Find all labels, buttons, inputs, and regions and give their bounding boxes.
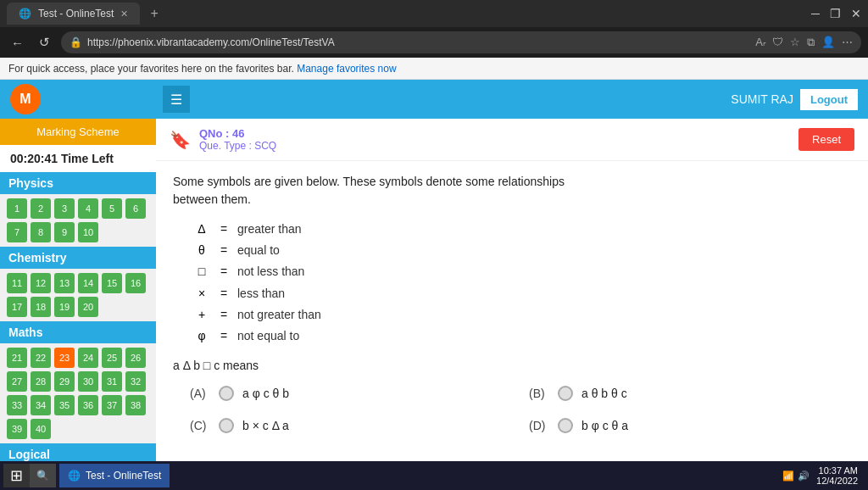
more-icon[interactable]: ⋯ [842, 36, 853, 49]
q-btn-34[interactable]: 34 [31, 395, 51, 415]
q-btn-4[interactable]: 4 [78, 198, 98, 219]
q-btn-36[interactable]: 36 [78, 395, 98, 415]
option-a: (A) a φ c θ b [190, 386, 495, 401]
q-btn-17[interactable]: 17 [7, 297, 27, 317]
q-btn-22[interactable]: 22 [31, 348, 51, 368]
collections-icon[interactable]: ⧉ [807, 36, 815, 49]
question-body: Some symbols are given below. These symb… [156, 161, 868, 445]
minimize-button[interactable]: ─ [811, 7, 820, 20]
q-btn-8[interactable]: 8 [31, 222, 51, 242]
meaning-square: not less than [237, 261, 304, 282]
q-btn-9[interactable]: 9 [54, 222, 75, 242]
q-btn-15[interactable]: 15 [102, 273, 122, 293]
question-header: 🔖 QNo : 46 Que. Type : SCQ Reset [156, 119, 868, 161]
option-a-radio[interactable] [219, 386, 234, 401]
q-btn-29[interactable]: 29 [54, 371, 75, 392]
q-btn-7[interactable]: 7 [7, 222, 27, 242]
tab-title: Test - OnlineTest [38, 8, 114, 19]
browser-tab[interactable]: 🌐 Test - OnlineTest ✕ [7, 3, 140, 25]
option-d-radio[interactable] [558, 418, 573, 433]
q-btn-40[interactable]: 40 [31, 419, 51, 439]
q-btn-31[interactable]: 31 [102, 371, 122, 392]
taskbar-search[interactable]: 🔍 [30, 464, 56, 487]
q-btn-11[interactable]: 11 [7, 273, 27, 293]
option-b: (B) a θ b θ c [529, 386, 834, 401]
refresh-button[interactable]: ↺ [35, 33, 54, 52]
url-bar[interactable]: 🔒 https://phoenix.vibrantacademy.com/Onl… [61, 31, 861, 53]
q-btn-3[interactable]: 3 [54, 198, 75, 219]
q-btn-23[interactable]: 23 [54, 348, 75, 368]
q-btn-38[interactable]: 38 [125, 395, 146, 415]
shield-icon[interactable]: 🛡 [772, 36, 783, 49]
option-c-text: b × c Δ a [242, 419, 289, 432]
symbol-row-2: θ = equal to [193, 240, 851, 261]
q-btn-2[interactable]: 2 [31, 198, 51, 219]
app-layout: Marking Scheme 00:20:41 Time Left Physic… [0, 119, 868, 490]
question-meta: QNo : 46 Que. Type : SCQ [199, 127, 276, 152]
symbol-cross: × [193, 283, 210, 304]
physics-question-grid: 1 2 3 4 5 6 7 8 9 10 [0, 194, 156, 247]
start-button[interactable]: ⊞ [3, 464, 30, 487]
profile-icon[interactable]: 👤 [821, 36, 835, 49]
close-button[interactable]: ✕ [851, 7, 861, 20]
option-c-radio[interactable] [219, 418, 234, 433]
options-grid: (A) a φ c θ b (B) a θ b θ c (C) b × c Δ … [173, 386, 851, 433]
logout-button[interactable]: Logout [800, 89, 858, 110]
browser-title-bar: 🌐 Test - OnlineTest ✕ + ─ ❐ ✕ [0, 0, 868, 27]
notification-area: 📶 🔊 [782, 471, 810, 482]
q-btn-28[interactable]: 28 [31, 371, 51, 392]
q-btn-5[interactable]: 5 [102, 198, 122, 219]
question-line2: between them. [173, 192, 251, 206]
taskbar: ⊞ 🔍 🌐 Test - OnlineTest 📶 🔊 10:37 AM 12/… [0, 461, 868, 490]
q-btn-10[interactable]: 10 [78, 222, 98, 242]
q-btn-6[interactable]: 6 [125, 198, 146, 219]
tab-close-icon[interactable]: ✕ [120, 8, 128, 19]
option-b-label: (B) [529, 387, 549, 400]
read-mode-icon[interactable]: Aᵣ [755, 36, 765, 49]
clock-date: 12/4/2022 [816, 476, 858, 486]
symbol-row-1: Δ = greater than [193, 219, 851, 240]
restore-button[interactable]: ❐ [830, 7, 841, 20]
q-btn-19[interactable]: 19 [54, 297, 75, 317]
q-btn-13[interactable]: 13 [54, 273, 75, 293]
reset-button[interactable]: Reset [798, 128, 854, 151]
question-text: Some symbols are given below. These symb… [173, 173, 851, 209]
taskbar-app-label: Test - OnlineTest [86, 470, 161, 482]
q-btn-32[interactable]: 32 [125, 371, 146, 392]
star-icon[interactable]: ☆ [790, 36, 800, 49]
window-controls: ─ ❐ ✕ [811, 7, 861, 20]
q-btn-16[interactable]: 16 [125, 273, 146, 293]
q-btn-39[interactable]: 39 [7, 419, 27, 439]
taskbar-right: 📶 🔊 10:37 AM 12/4/2022 [782, 465, 865, 486]
q-btn-27[interactable]: 27 [7, 371, 27, 392]
hamburger-button[interactable]: ☰ [163, 86, 190, 113]
expression: a Δ b □ c means [173, 359, 851, 372]
marking-scheme-button[interactable]: Marking Scheme [0, 119, 156, 145]
symbol-delta: Δ [193, 219, 210, 240]
manage-favorites-link[interactable]: Manage favorites now [297, 63, 396, 75]
q-btn-18[interactable]: 18 [31, 297, 51, 317]
subject-maths: Maths [0, 321, 156, 343]
option-d-label: (D) [529, 419, 549, 432]
new-tab-button[interactable]: + [150, 6, 158, 21]
symbol-row-4: × = less than [193, 283, 851, 304]
q-btn-21[interactable]: 21 [7, 348, 27, 368]
q-btn-25[interactable]: 25 [102, 348, 122, 368]
q-btn-14[interactable]: 14 [78, 273, 98, 293]
q-btn-20[interactable]: 20 [78, 297, 98, 317]
q-btn-24[interactable]: 24 [78, 348, 98, 368]
q-btn-33[interactable]: 33 [7, 395, 27, 415]
q-btn-12[interactable]: 12 [31, 273, 51, 293]
taskbar-app-browser[interactable]: 🌐 Test - OnlineTest [59, 464, 170, 487]
option-b-radio[interactable] [558, 386, 573, 401]
q-btn-1[interactable]: 1 [7, 198, 27, 219]
q-btn-26[interactable]: 26 [125, 348, 146, 368]
q-btn-30[interactable]: 30 [78, 371, 98, 392]
back-button[interactable]: ← [7, 34, 28, 52]
favorites-bar: For quick access, place your favorites h… [0, 58, 868, 80]
option-b-text: a θ b θ c [581, 387, 627, 400]
option-d: (D) b φ c θ a [529, 418, 834, 433]
option-c-label: (C) [190, 419, 210, 432]
q-btn-37[interactable]: 37 [102, 395, 122, 415]
q-btn-35[interactable]: 35 [54, 395, 75, 415]
